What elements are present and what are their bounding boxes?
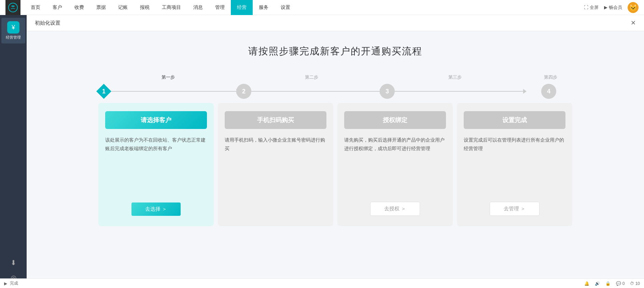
step-1-action-btn[interactable]: 去选择 ＞ bbox=[131, 202, 181, 216]
fullscreen-btn[interactable]: ⛶ 全屏 bbox=[584, 4, 599, 11]
app-logo bbox=[5, 0, 20, 15]
nav-operation[interactable]: 经营 bbox=[231, 0, 253, 15]
layout: ¥ 经营管理 ⬇ ◎ 初始化设置 ✕ 请按照步骤完成新客户的开通购买流程 第一步 bbox=[0, 15, 644, 288]
card-4-body: 设置完成后可以在管理列表进行所有企业用户的经营管理 bbox=[464, 136, 565, 195]
card-2-body: 请用手机扫码，输入小微企业主账号密码进行购买 bbox=[225, 136, 326, 209]
page-title: 初始化设置 bbox=[35, 20, 60, 26]
play-status-icon: ▶ bbox=[4, 281, 7, 286]
card-1-title: 请选择客户 bbox=[105, 111, 207, 129]
nav-tax[interactable]: 报税 bbox=[134, 0, 156, 15]
card-2-title: 手机扫码购买 bbox=[225, 111, 326, 129]
step-1-label: 第一步 bbox=[162, 74, 175, 80]
step-2-column: 第二步 2 bbox=[240, 74, 383, 99]
card-1-action: 去选择 ＞ bbox=[105, 196, 207, 216]
sidebar: ¥ 经营管理 ⬇ ◎ bbox=[0, 15, 27, 288]
card-3-title: 授权绑定 bbox=[344, 111, 446, 129]
page-header: 初始化设置 ✕ bbox=[27, 15, 644, 31]
nav-message[interactable]: 消息 bbox=[187, 0, 209, 15]
nav-fee[interactable]: 收费 bbox=[68, 0, 90, 15]
sound-icon: 🔊 bbox=[595, 281, 600, 286]
step-2-circle: 2 bbox=[236, 84, 251, 99]
card-1-wrapper: 请选择客户 该处展示的客户为不在回收站、客户状态正常建账后完成老板端绑定的所有客… bbox=[96, 103, 216, 226]
step-4-action-btn[interactable]: 去管理 ＞ bbox=[490, 202, 540, 216]
card-1-body: 该处展示的客户为不在回收站、客户状态正常建账后完成老板端绑定的所有客户 bbox=[105, 136, 207, 196]
nav-service[interactable]: 服务 bbox=[253, 0, 275, 15]
download-icon[interactable]: ⬇ bbox=[7, 257, 19, 269]
step-3-action-btn[interactable]: 去授权 ＞ bbox=[370, 202, 420, 216]
step-card-3: 授权绑定 请先购买，购买后选择开通的产品中的企业用户进行授权绑定，成功后即可进行… bbox=[337, 103, 453, 226]
card-3-action: 去授权 ＞ bbox=[344, 195, 446, 216]
card-4-wrapper: 设置完成 设置完成后可以在管理列表进行所有企业用户的经营管理 去管理 ＞ bbox=[455, 103, 574, 226]
step-1-column: 第一步 1 bbox=[96, 74, 240, 99]
step-line-2 bbox=[251, 91, 380, 92]
status-bar: ▶ 完成 🔔 🔊 🔒 💬 0 ⏱ 10 bbox=[0, 278, 644, 288]
nav-home[interactable]: 首页 bbox=[25, 0, 46, 15]
step-line-1 bbox=[111, 91, 236, 92]
status-bar-left: ▶ 完成 bbox=[4, 280, 18, 286]
nav-items: 首页 客户 收费 票据 记账 报税 工商项目 消息 管理 经营 服务 设置 bbox=[25, 0, 584, 15]
wizard-container: 请按照步骤完成新客户的开通购买流程 第一步 1 第二步 bbox=[27, 31, 644, 240]
arrow-3 bbox=[523, 89, 527, 94]
nav-business[interactable]: 工商项目 bbox=[156, 0, 187, 15]
steps-row: 第一步 1 第二步 2 bbox=[96, 74, 574, 99]
card-2-action bbox=[225, 209, 326, 216]
nav-accounting[interactable]: 记账 bbox=[112, 0, 134, 15]
operation-icon: ¥ bbox=[7, 21, 19, 34]
nav-customer[interactable]: 客户 bbox=[46, 0, 68, 15]
card-2-wrapper: 手机扫码购买 请用手机扫码，输入小微企业主账号密码进行购买 bbox=[216, 103, 335, 226]
step-3-label: 第三步 bbox=[448, 74, 462, 80]
wizard-heading: 请按照步骤完成新客户的开通购买流程 bbox=[248, 45, 422, 58]
step-4-label: 第四步 bbox=[544, 74, 557, 80]
shield-icon: 🔔 bbox=[584, 281, 589, 286]
step-4-column: 第四步 4 bbox=[527, 74, 574, 99]
card-4-action: 去管理 ＞ bbox=[464, 195, 565, 216]
member-btn[interactable]: ▶ 畅会员 bbox=[604, 4, 622, 11]
top-nav: 首页 客户 收费 票据 记账 报税 工商项目 消息 管理 经营 服务 设置 ⛶ … bbox=[0, 0, 644, 15]
card-3-wrapper: 授权绑定 请先购买，购买后选择开通的产品中的企业用户进行授权绑定，成功后即可进行… bbox=[335, 103, 455, 226]
svg-point-0 bbox=[9, 3, 17, 12]
main-content: 初始化设置 ✕ 请按照步骤完成新客户的开通购买流程 第一步 1 bbox=[27, 15, 644, 288]
nav-settings[interactable]: 设置 bbox=[275, 0, 296, 15]
step-2-label: 第二步 bbox=[305, 74, 318, 80]
cards-row: 请选择客户 该处展示的客户为不在回收站、客户状态正常建账后完成老板端绑定的所有客… bbox=[96, 103, 574, 226]
card-4-title: 设置完成 bbox=[464, 111, 565, 129]
close-button[interactable]: ✕ bbox=[631, 19, 636, 27]
sidebar-item-operation[interactable]: ¥ 经营管理 bbox=[1, 18, 25, 43]
step-card-4: 设置完成 设置完成后可以在管理列表进行所有企业用户的经营管理 去管理 ＞ bbox=[457, 103, 572, 226]
message-count: 💬 0 bbox=[616, 281, 625, 286]
play-icon: ▶ bbox=[604, 5, 607, 10]
card-3-body: 请先购买，购买后选择开通的产品中的企业用户进行授权绑定，成功后即可进行经营管理 bbox=[344, 136, 446, 195]
step-card-1: 请选择客户 该处展示的客户为不在回收站、客户状态正常建账后完成老板端绑定的所有客… bbox=[98, 103, 214, 226]
status-text: 完成 bbox=[10, 280, 18, 286]
nav-manage[interactable]: 管理 bbox=[209, 0, 231, 15]
step-card-2: 手机扫码购买 请用手机扫码，输入小微企业主账号密码进行购买 bbox=[218, 103, 333, 226]
step-4-circle: 4 bbox=[541, 84, 556, 99]
step-line-3 bbox=[395, 91, 523, 92]
step-1-circle: 1 bbox=[96, 84, 111, 99]
avatar[interactable]: 🐱 bbox=[628, 2, 639, 13]
step-3-circle: 3 bbox=[380, 84, 395, 99]
status-bar-right: 🔔 🔊 🔒 💬 0 ⏱ 10 bbox=[584, 281, 640, 286]
nav-invoice[interactable]: 票据 bbox=[90, 0, 112, 15]
step-3-column: 第三步 3 bbox=[383, 74, 527, 99]
fullscreen-icon: ⛶ bbox=[584, 5, 588, 10]
timer: ⏱ 10 bbox=[630, 281, 640, 286]
lock-icon: 🔒 bbox=[605, 281, 611, 286]
nav-right: ⛶ 全屏 ▶ 畅会员 🐱 bbox=[584, 2, 639, 13]
